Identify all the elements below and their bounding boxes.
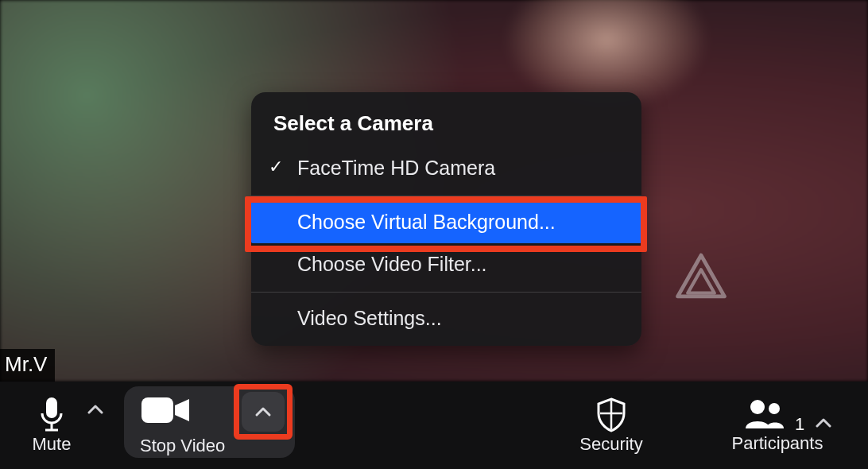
menu-title: Select a Camera: [251, 107, 641, 147]
video-options-menu: Select a Camera ✓ FaceTime HD Camera Cho…: [251, 92, 641, 346]
menu-item-virtual-background[interactable]: Choose Virtual Background...: [251, 201, 641, 243]
menu-item-label: Choose Virtual Background...: [297, 211, 556, 233]
meeting-toolbar: Mute Stop Video: [0, 382, 868, 469]
svg-rect-3: [141, 397, 173, 423]
video-options-caret[interactable]: [242, 392, 285, 432]
stop-video-label: Stop Video: [140, 436, 225, 456]
menu-item-label: FaceTime HD Camera: [297, 157, 495, 179]
participant-name-tag: Mr.V: [0, 349, 55, 382]
audio-options-caret[interactable]: [87, 401, 103, 419]
microphone-icon: [37, 396, 66, 432]
checkmark-icon: ✓: [269, 157, 283, 177]
participants-count: 1: [795, 414, 804, 435]
svg-rect-0: [46, 397, 57, 418]
svg-point-7: [769, 403, 780, 414]
menu-item-video-filter[interactable]: Choose Video Filter...: [251, 243, 641, 285]
stop-video-button[interactable]: [140, 393, 196, 428]
participants-label: Participants: [732, 433, 823, 454]
menu-item-video-settings[interactable]: Video Settings...: [251, 297, 641, 344]
svg-point-6: [750, 400, 765, 414]
menu-item-camera-facetime[interactable]: ✓ FaceTime HD Camera: [251, 147, 641, 189]
mute-label: Mute: [33, 434, 72, 455]
participant-name: Mr.V: [5, 352, 47, 376]
video-camera-icon: [140, 393, 192, 428]
participants-button[interactable]: Participants 1: [698, 397, 857, 454]
menu-separator: [251, 196, 641, 196]
meeting-window: Mr.V Select a Camera ✓ FaceTime HD Camer…: [0, 0, 868, 469]
shield-icon: [594, 396, 629, 432]
participants-options-caret[interactable]: [816, 414, 831, 432]
chevron-up-icon: [254, 405, 272, 418]
security-label: Security: [579, 434, 642, 455]
menu-item-label: Video Settings...: [297, 307, 442, 329]
menu-separator: [251, 292, 641, 293]
chevron-up-icon: [816, 417, 831, 428]
shirt-logo-graphic: [673, 250, 729, 301]
security-button[interactable]: Security: [552, 396, 671, 455]
mute-button[interactable]: Mute: [8, 396, 95, 455]
chevron-up-icon: [87, 404, 103, 415]
participants-icon: [742, 397, 789, 432]
menu-item-label: Choose Video Filter...: [297, 253, 487, 275]
